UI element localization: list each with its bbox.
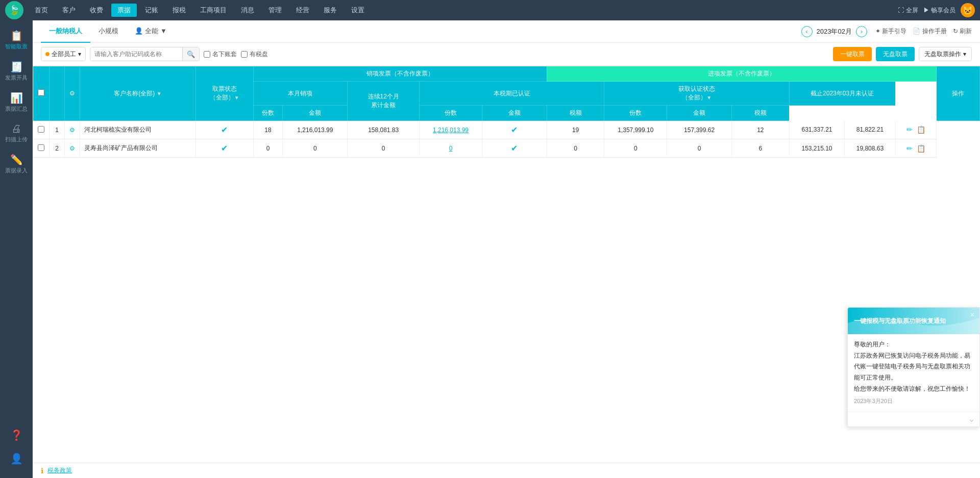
sidebar-user[interactable]: 👤 bbox=[2, 448, 31, 470]
tab-general[interactable]: 一般纳税人 bbox=[41, 20, 90, 43]
main-content: 一般纳税人 小规模 👤 全能 ▼ ‹ 2023年02月 › ✦ 新手引导 📄 操… bbox=[33, 20, 980, 478]
sidebar: 📋 智能取票 🧾 发票开具 📊 票据汇总 🖨 扫描上传 ✏️ 票据录入 ❓ 👤 bbox=[0, 20, 33, 478]
info-icon: ℹ bbox=[41, 467, 43, 475]
tab-all[interactable]: 👤 全能 ▼ bbox=[127, 20, 175, 43]
member-btn[interactable]: ▶ 畅享会员 bbox=[923, 6, 955, 15]
row1-cumulative[interactable]: 1,216,013.99 bbox=[420, 121, 482, 139]
row2-checkbox[interactable] bbox=[33, 139, 50, 158]
sub-tabs-actions: ✦ 新手引导 📄 操作手册 ↻ 刷新 bbox=[875, 27, 972, 36]
notification-close-btn[interactable]: × bbox=[970, 311, 974, 319]
row2-uncert-amount: 153,215.10 bbox=[789, 139, 845, 158]
new-guide-btn[interactable]: ✦ 新手引导 bbox=[875, 27, 906, 36]
sub-tabs-right: ‹ 2023年02月 › ✦ 新手引导 📄 操作手册 ↻ 刷新 bbox=[801, 26, 972, 37]
month-next-btn[interactable]: › bbox=[856, 26, 867, 37]
th-cumulative: 连续12个月累计金额 bbox=[348, 82, 420, 121]
month-prev-btn[interactable]: ‹ bbox=[801, 26, 813, 37]
no-disk-ops-btn[interactable]: 无盘取票操作 ▾ bbox=[919, 47, 972, 61]
row1-select[interactable] bbox=[38, 126, 44, 133]
nav-settings[interactable]: 设置 bbox=[345, 4, 371, 17]
nav-manage[interactable]: 管理 bbox=[262, 4, 288, 17]
checkbox-sub-account[interactable]: 名下账套 bbox=[204, 50, 237, 59]
row2-select[interactable] bbox=[38, 144, 44, 151]
notification-scroll-down-btn[interactable]: ⌄ bbox=[968, 414, 975, 423]
nav-right: ⛶ 全屏 ▶ 畅享会员 🐱 bbox=[898, 3, 975, 17]
nav-message[interactable]: 消息 bbox=[235, 4, 260, 17]
smart-fetch-icon: 📋 bbox=[10, 30, 23, 42]
sidebar-item-issue[interactable]: 🧾 发票开具 bbox=[2, 57, 31, 86]
row1-cumulative-link[interactable]: 1,216,013.99 bbox=[433, 127, 469, 134]
select-all-checkbox[interactable] bbox=[38, 89, 44, 96]
sidebar-help[interactable]: ❓ bbox=[2, 425, 31, 446]
row2-edit-icon[interactable]: ✏ bbox=[906, 144, 913, 153]
row2-settings[interactable]: ⚙ bbox=[65, 139, 80, 158]
th-cert-status-col[interactable]: 获取认证状态（全部）▼ bbox=[604, 82, 789, 106]
nav-billing[interactable]: 收费 bbox=[84, 4, 109, 17]
row1-cert-status-icon: ✔ bbox=[511, 125, 518, 134]
checkbox-tax-disk[interactable]: 有税盘 bbox=[241, 50, 268, 59]
toolbar: 全部员工 ▾ 🔍 名下账套 有税盘 一键取票 无盘取票 无盘取票操作 ▾ bbox=[33, 43, 980, 66]
no-disk-fetch-btn[interactable]: 无盘取票 bbox=[876, 47, 915, 61]
sidebar-item-smart-fetch[interactable]: 📋 智能取票 bbox=[2, 26, 31, 55]
nav-business[interactable]: 工商项目 bbox=[194, 4, 233, 17]
search-box: 🔍 bbox=[90, 47, 200, 61]
row1-uncert-tax: 81,822.21 bbox=[845, 121, 895, 139]
employee-filter-label: 全部员工 bbox=[52, 50, 76, 59]
row2-cumulative-link[interactable]: 0 bbox=[449, 145, 453, 152]
search-input[interactable] bbox=[90, 47, 182, 61]
th-cert-amount: 金额 bbox=[482, 106, 547, 121]
sidebar-label-smart-fetch: 智能取票 bbox=[5, 43, 28, 51]
row2-copy-icon[interactable]: 📋 bbox=[917, 144, 925, 153]
nav-service[interactable]: 服务 bbox=[317, 4, 343, 17]
th-uncert-tax: 税额 bbox=[731, 106, 789, 121]
nav-accounts[interactable]: 记账 bbox=[139, 4, 164, 17]
th-fetch-status[interactable]: 取票状态（全部）▼ bbox=[195, 66, 253, 121]
tax-disk-label: 有税盘 bbox=[250, 50, 268, 59]
tab-all-label: 全能 bbox=[145, 27, 158, 36]
row1-copy-icon[interactable]: 📋 bbox=[917, 125, 925, 134]
sidebar-label-summary: 票据汇总 bbox=[5, 105, 28, 113]
nav-invoice[interactable]: 票据 bbox=[111, 4, 137, 17]
employee-filter[interactable]: 全部员工 ▾ bbox=[41, 47, 86, 61]
notification-title: 一键报税与无盘取票功能恢复通知 bbox=[854, 317, 956, 325]
row1-edit-icon[interactable]: ✏ bbox=[906, 125, 913, 134]
issue-icon: 🧾 bbox=[10, 61, 23, 73]
logo[interactable]: 🍃 bbox=[5, 1, 23, 19]
sidebar-item-entry[interactable]: ✏️ 票据录入 bbox=[2, 149, 31, 179]
fullscreen-btn[interactable]: ⛶ 全屏 bbox=[898, 6, 918, 15]
row1-settings[interactable]: ⚙ bbox=[65, 121, 80, 139]
row1-actions: ✏ 📋 bbox=[895, 121, 937, 139]
tax-disk-checkbox[interactable] bbox=[241, 51, 248, 58]
tab-small[interactable]: 小规模 bbox=[90, 20, 127, 43]
th-uncert-amount: 金额 bbox=[667, 106, 732, 121]
nav-tax[interactable]: 报税 bbox=[166, 4, 192, 17]
sidebar-item-summary[interactable]: 📊 票据汇总 bbox=[2, 88, 31, 117]
refresh-btn[interactable]: ↻ 刷新 bbox=[953, 27, 972, 36]
notification-apology: 给您带来的不便敬请谅解，祝您工作愉快！ bbox=[854, 384, 973, 395]
th-customer-name[interactable]: 客户名称(全部) ▼ bbox=[80, 66, 196, 121]
row2-status: ✔ bbox=[195, 139, 253, 158]
toolbar-right: 一键取票 无盘取票 无盘取票操作 ▾ bbox=[833, 47, 972, 61]
user-avatar[interactable]: 🐱 bbox=[961, 3, 975, 17]
manual-btn[interactable]: 📄 操作手册 bbox=[913, 27, 946, 36]
th-cert-count: 份数 bbox=[420, 106, 482, 121]
header-row-1: ⚙ 客户名称(全部) ▼ 取票状态（全部）▼ 销项发票（不含作废票） 进项发票（… bbox=[33, 66, 980, 82]
th-certified: 本税期已认证 bbox=[420, 82, 604, 106]
sidebar-item-scan[interactable]: 🖨 扫描上传 bbox=[2, 119, 31, 147]
th-sales-amount: 金额 bbox=[283, 106, 348, 121]
tax-policy-link[interactable]: 税务政策 bbox=[47, 466, 72, 475]
nav-customer[interactable]: 客户 bbox=[56, 4, 82, 17]
notification-header: 一键报税与无盘取票功能恢复通知 × bbox=[848, 308, 979, 334]
nav-home[interactable]: 首页 bbox=[29, 4, 54, 17]
notification-date: 2023年3月20日 bbox=[854, 396, 973, 407]
row1-index: 1 bbox=[50, 121, 65, 139]
sub-account-checkbox[interactable] bbox=[204, 51, 210, 58]
employee-dot bbox=[45, 52, 50, 56]
th-settings: ⚙ bbox=[65, 66, 80, 121]
row2-actions: ✏ 📋 bbox=[895, 139, 937, 158]
nav-operation[interactable]: 经营 bbox=[290, 4, 315, 17]
search-button[interactable]: 🔍 bbox=[182, 47, 199, 61]
one-click-fetch-btn[interactable]: 一键取票 bbox=[833, 47, 872, 61]
row1-checkbox[interactable] bbox=[33, 121, 50, 139]
nav-bar: 首页 客户 收费 票据 记账 报税 工商项目 消息 管理 经营 服务 设置 bbox=[29, 4, 898, 17]
employee-dropdown-icon: ▾ bbox=[78, 51, 81, 58]
